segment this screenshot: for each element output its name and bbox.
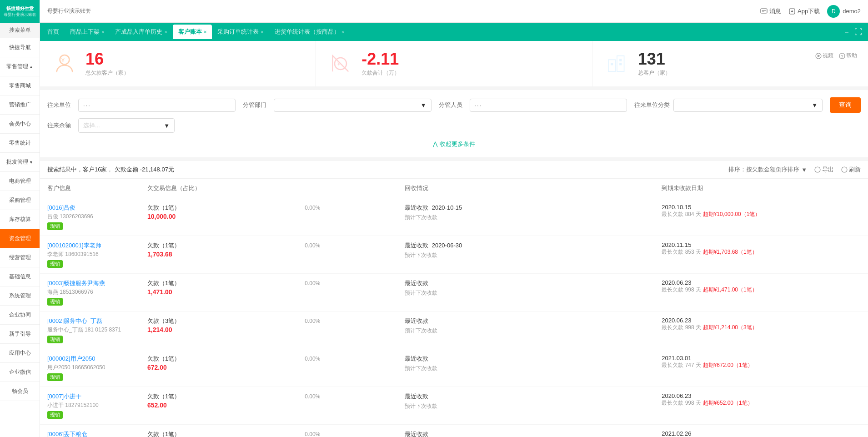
- tab-close-product-shelf[interactable]: ×: [101, 29, 104, 35]
- sidebar-item-retail-mgmt[interactable]: 零售管理▲: [0, 57, 40, 76]
- sidebar-item-quick-nav[interactable]: 快捷导航: [0, 38, 40, 57]
- customer-tag-4: 现销: [47, 373, 63, 381]
- sidebar-item-app-center[interactable]: 应用中心: [0, 344, 40, 363]
- query-button[interactable]: 查询: [830, 97, 861, 113]
- sidebar-item-retail-stats[interactable]: 零售统计: [0, 134, 40, 153]
- sidebar-item-inventory[interactable]: 库存核算: [0, 210, 40, 229]
- debt-percent-0: 0.00%: [305, 205, 390, 211]
- sidebar-item-operations-mgmt[interactable]: 经营管理: [0, 248, 40, 267]
- debt-amount-4: 672.00: [147, 364, 290, 371]
- tab-product-history[interactable]: 产成品入库单历史 ×: [110, 25, 172, 39]
- overdue-amount-link-0[interactable]: 超期¥10,000.00（1笔）: [703, 211, 761, 217]
- overdue-amount-link-3[interactable]: 超期¥1,214.00（3笔）: [703, 324, 758, 331]
- overdue-cell-3: 2020.06.23 最长欠款 998 天 超期¥1,214.00（3笔）: [654, 311, 868, 349]
- sidebar-item-purchase-mgmt[interactable]: 采购管理: [0, 191, 40, 210]
- tabs-minimize-btn[interactable]: －: [843, 26, 851, 37]
- overdue-amount-link-1[interactable]: 超期¥1,703.68（1笔）: [703, 249, 758, 255]
- collection-latest-4: 最近收款: [405, 355, 428, 362]
- filter-balance-select[interactable]: 选择... ▼: [78, 118, 175, 133]
- filter-unit-label: 往来单位: [47, 101, 75, 109]
- sidebar-item-system-mgmt[interactable]: 系统管理: [0, 286, 40, 306]
- tab-purchase-stats[interactable]: 进货单统计表（按商品） ×: [269, 25, 350, 39]
- stats-row: ¥ 16 总欠款客户（家） ¥ -2.11 欠款合计（万）: [40, 41, 868, 86]
- stat-card-actions: 视频 ? 帮助: [815, 50, 857, 60]
- collection-latest-cell-4: 最近收款 预计下次收款: [397, 349, 612, 387]
- filter-manager-input[interactable]: ···: [470, 99, 627, 112]
- sidebar-item-new-guide[interactable]: 新手引导: [0, 325, 40, 344]
- debt-count-cell-0: 欠款（1笔） 10,000.00: [140, 198, 297, 236]
- svg-marker-12: [818, 55, 820, 57]
- debt-percent-3: 0.00%: [305, 318, 390, 324]
- stat-info-debt-total: -2.11 欠款合计（万）: [361, 51, 400, 77]
- overdue-amount-link-5[interactable]: 超期¥652.00（1笔）: [703, 400, 753, 406]
- sidebar-item-capital-mgmt[interactable]: 资金管理: [0, 229, 40, 248]
- overdue-cell-4: 2021.03.01 最长欠款 747 天 超期¥672.00（1笔）: [654, 349, 868, 387]
- stat-card-debt-customers: ¥ 16 总欠款客户（家）: [40, 41, 316, 86]
- tab-close-purchase-order[interactable]: ×: [261, 29, 263, 35]
- customer-cell-0: [0016]吕俊 吕俊 13026203696 现销: [40, 198, 140, 236]
- debt-percent-4: 0.00%: [305, 356, 390, 362]
- filter-dept-select[interactable]: ▼: [274, 99, 431, 112]
- tab-home[interactable]: 首页: [42, 25, 65, 39]
- customer-name-link-5[interactable]: [0007]小进干: [47, 393, 81, 400]
- overdue-days-3: 最长欠款 998 天: [662, 324, 701, 331]
- filter-category-select[interactable]: ▼: [673, 99, 823, 112]
- export-btn[interactable]: 导出: [814, 166, 834, 174]
- debt-percent-cell-5: 0.00%: [297, 387, 397, 425]
- customer-name-link-6[interactable]: [0006]丢下粮仓: [47, 431, 87, 437]
- debt-customers-icon: ¥: [51, 50, 78, 77]
- customer-name-link-1[interactable]: [0001020001]李老师: [47, 242, 101, 249]
- sidebar-nav: 快捷导航 零售管理▲ 零售商城 营销推广 会员中心 零售统计 批发管理▼ 电商管…: [0, 38, 40, 437]
- video-btn[interactable]: 视频: [815, 52, 833, 60]
- sidebar-item-member-center[interactable]: 会员中心: [0, 115, 40, 134]
- tab-customer-account[interactable]: 客户账本 ×: [173, 25, 212, 39]
- overdue-date-4: 2021.03.01: [662, 355, 861, 362]
- sidebar-item-enterprise-wechat[interactable]: 企业微信: [0, 363, 40, 382]
- collapse-more-btn[interactable]: ⋀ 收起更多条件: [47, 138, 861, 150]
- top-header: 母婴行业演示账套 消息 App下载 D demo2: [40, 0, 868, 23]
- tab-close-product-history[interactable]: ×: [164, 29, 167, 35]
- overdue-amount-link-2[interactable]: 超期¥1,471.00（1笔）: [703, 286, 758, 293]
- sort-select[interactable]: 排序：按欠款金额倒序排序 ▼: [728, 166, 807, 174]
- customer-tag-3: 现销: [47, 336, 63, 343]
- collection-next-2: 预计下次收款: [405, 289, 604, 297]
- data-table-wrapper: 客户信息 欠交易信息（占比） 回收情况 到期未收款日期 [0016]吕俊 吕俊 …: [40, 179, 868, 437]
- debt-count-6: 欠款（1笔）: [147, 430, 290, 437]
- total-customers-icon: [603, 50, 631, 77]
- refresh-btn[interactable]: 刷新: [841, 166, 861, 174]
- debt-amount-2: 1,471.00: [147, 288, 290, 296]
- customer-name-link-3[interactable]: [0002]服务中心_丁磊: [47, 317, 102, 324]
- data-table: 客户信息 欠交易信息（占比） 回收情况 到期未收款日期 [0016]吕俊 吕俊 …: [40, 179, 868, 437]
- search-menu[interactable]: 搜索菜单: [0, 23, 40, 38]
- customer-tag-1: 现销: [47, 260, 63, 268]
- overdue-cell-5: 2020.06.23 最长欠款 998 天 超期¥652.00（1笔）: [654, 387, 868, 425]
- customer-name-link-0[interactable]: [0016]吕俊: [47, 204, 75, 211]
- user-avatar[interactable]: D demo2: [827, 5, 861, 18]
- sidebar-item-member-vip[interactable]: 畅会员: [0, 382, 40, 401]
- debt-customers-label: 总欠款客户（家）: [85, 69, 129, 77]
- app-download-btn[interactable]: App下载: [788, 7, 820, 15]
- sidebar-item-marketing[interactable]: 营销推广: [0, 95, 40, 115]
- customer-cell-2: [0003]畅捷服务尹海燕 海燕 18513066976 现销: [40, 274, 140, 311]
- tabs-expand-btn[interactable]: ⛶: [854, 27, 863, 37]
- customer-name-link-4[interactable]: [000002]用户2050: [47, 355, 95, 362]
- sidebar-item-basic-info[interactable]: 基础信息: [0, 267, 40, 286]
- tab-close-purchase-stats[interactable]: ×: [341, 29, 344, 35]
- sidebar-item-enterprise-collab[interactable]: 企业协同: [0, 306, 40, 325]
- tab-close-customer-account[interactable]: ×: [204, 29, 206, 35]
- sidebar-item-ecommerce[interactable]: 电商管理: [0, 172, 40, 191]
- tab-product-shelf[interactable]: 商品上下架 ×: [65, 25, 110, 39]
- overdue-amount-link-4[interactable]: 超期¥672.00（1笔）: [703, 362, 753, 368]
- sidebar-item-batch-mgmt[interactable]: 批发管理▼: [0, 153, 40, 172]
- message-btn[interactable]: 消息: [760, 7, 781, 15]
- debt-count-cell-3: 欠款（3笔） 1,214.00: [140, 311, 297, 349]
- collection-empty-2: [611, 274, 654, 311]
- debt-count-cell-6: 欠款（1笔） 455.90: [140, 425, 297, 437]
- sidebar-item-retail-mall[interactable]: 零售商城: [0, 76, 40, 95]
- help-btn[interactable]: ? 帮助: [839, 52, 857, 60]
- tab-purchase-order[interactable]: 采购订单统计表 ×: [212, 25, 269, 39]
- overdue-date-5: 2020.06.23: [662, 392, 861, 399]
- customer-name-link-2[interactable]: [0003]畅捷服务尹海燕: [47, 280, 105, 286]
- filter-unit-input[interactable]: ···: [78, 99, 236, 112]
- debt-count-4: 欠款（1笔）: [147, 355, 290, 363]
